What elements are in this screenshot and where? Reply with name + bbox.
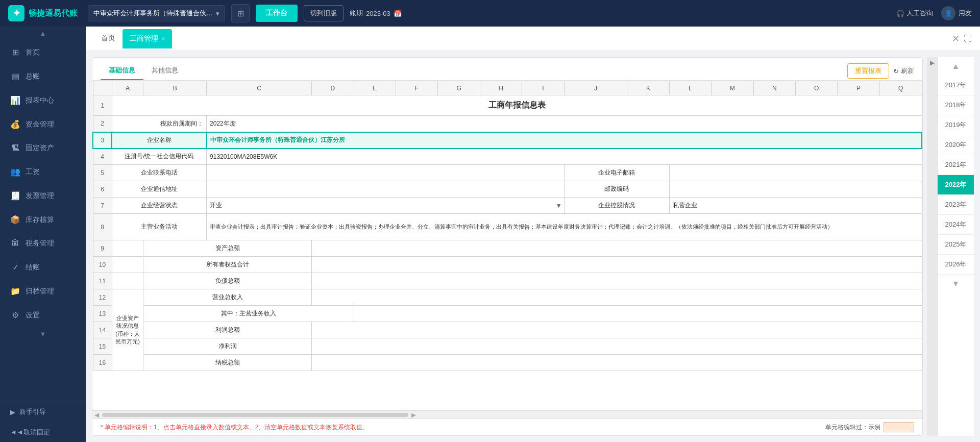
address-value-cell[interactable] [207, 181, 565, 198]
tab-close-button[interactable]: × [161, 35, 165, 42]
sidebar-label-close: 结账 [26, 263, 40, 272]
year-item-2017[interactable]: 2017年 [938, 76, 974, 95]
col-header-m: M [712, 81, 753, 95]
headset-icon: 🎧 [896, 10, 904, 17]
hscroll-bar[interactable]: ◀ ▶ [92, 410, 922, 419]
dropdown-arrow-icon: ▼ [556, 202, 562, 209]
sidebar-item-fund[interactable]: 💰 资金管理 [0, 112, 86, 136]
main-biz-value-cell[interactable]: 审查企业会计报表；出具审计报告；验证企业资本；出具验资报告；办理企业合并、分立、… [207, 214, 922, 240]
asset-icon: 🏗 [10, 143, 20, 153]
report-icon: 📊 [10, 95, 20, 105]
hscroll-right-icon[interactable]: ▶ [411, 411, 416, 419]
year-item-2022[interactable]: 2022年 [938, 175, 974, 195]
year-item-2021[interactable]: 2021年 [938, 155, 974, 175]
settings-icon: ⚙ [10, 310, 20, 320]
page-content: 基础信息 其他信息 重置报表 ↻ 刷新 [86, 51, 980, 442]
total-revenue-value-cell[interactable] [312, 289, 922, 306]
row-num: 16 [93, 355, 112, 371]
status-value-cell[interactable]: 开业 ▼ [207, 198, 565, 214]
sub-tab-other[interactable]: 其他信息 [143, 62, 186, 80]
new-guide-button[interactable]: ▶ 新手引导 [0, 401, 86, 423]
year-item-2024[interactable]: 2024年 [938, 215, 974, 235]
corner-cell [93, 81, 112, 95]
main-biz-label-cell: 主营业务活动 [112, 214, 206, 240]
reg-code-value-cell[interactable]: 91320100MA208E5W6K [207, 149, 922, 165]
year-item-2023[interactable]: 2023年 [938, 195, 974, 215]
total-profit-value-cell[interactable] [312, 322, 922, 338]
company-name-value-cell[interactable]: 中审众环会计师事务所（特殊普通合伙）江苏分所 [207, 132, 922, 149]
total-tax-value-cell[interactable] [312, 355, 922, 371]
col-header-f: F [396, 81, 437, 95]
year-item-2020[interactable]: 2020年 [938, 135, 974, 155]
column-header-row: A B C D E F G H I J K L [93, 81, 922, 95]
sidebar-scroll-down[interactable]: ▼ [0, 327, 86, 341]
tab-home[interactable]: 首页 [94, 28, 122, 50]
net-profit-value-cell[interactable] [312, 338, 922, 355]
sidebar-item-home[interactable]: ⊞ 首页 [0, 40, 86, 64]
window-expand-icon[interactable]: ⛶ [964, 34, 972, 43]
table-row: 2 税款所属期间： 2022年度 [93, 116, 922, 132]
avatar: 👤 [941, 6, 955, 20]
app-logo: ✦ 畅捷通易代账 [8, 5, 78, 21]
sidebar-item-stock[interactable]: 📦 库存核算 [0, 208, 86, 232]
sidebar-item-report[interactable]: 📊 报表中心 [0, 88, 86, 112]
main-revenue-value-cell[interactable] [354, 306, 922, 322]
year-item-2019[interactable]: 2019年 [938, 115, 974, 135]
phone-value-cell[interactable] [207, 165, 565, 181]
service-button[interactable]: 🎧 人工咨询 [896, 9, 933, 18]
table-row: 4 注册号/统一社会信用代码 91320100MA208E5W6K [93, 149, 922, 165]
tab-home-label: 首页 [101, 34, 115, 43]
sidebar-bottom: ▶ 新手引导 ◄◄取消固定 [0, 401, 86, 442]
sidebar-item-close[interactable]: ✓ 结账 [0, 255, 86, 279]
company-selector[interactable]: 中审众环会计师事务所（特殊普通合伙… ▾ [88, 5, 225, 21]
sidebar-label-invoice: 发票管理 [26, 191, 54, 201]
ledger-icon: ▤ [10, 71, 20, 81]
sidebar-item-archive[interactable]: 📁 归档管理 [0, 279, 86, 303]
period-value-cell[interactable]: 2022年度 [207, 116, 922, 132]
pin-label: ◄◄取消固定 [10, 428, 50, 437]
row-num: 4 [93, 149, 112, 165]
window-close-icon[interactable]: ✕ [952, 33, 960, 44]
sidebar-item-settings[interactable]: ⚙ 设置 [0, 303, 86, 327]
sidebar-label-tax: 税务管理 [26, 239, 54, 248]
cell-edited-sample [884, 422, 914, 432]
equity-value-cell[interactable] [312, 257, 922, 273]
table-title-cell[interactable]: 工商年报信息表 [112, 95, 922, 116]
reg-code-label-cell: 注册号/统一社会信用代码 [112, 149, 206, 165]
shareholding-value-cell[interactable]: 私营企业 [669, 198, 922, 214]
liabilities-value-cell[interactable] [312, 273, 922, 289]
year-item-2025[interactable]: 2025年 [938, 235, 974, 255]
home-icon: ⊞ [10, 47, 20, 57]
sidebar-item-tax[interactable]: 🏛 税务管理 [0, 232, 86, 255]
year-item-2018[interactable]: 2018年 [938, 95, 974, 115]
workbench-button[interactable]: 工作台 [256, 5, 298, 22]
calendar-icon[interactable]: 📅 [394, 10, 402, 17]
postal-value-cell[interactable] [669, 181, 922, 198]
sub-tab-basic[interactable]: 基础信息 [101, 62, 143, 80]
year-item-2026[interactable]: 2026年 [938, 255, 974, 275]
tab-business[interactable]: 工商管理 × [122, 29, 172, 48]
year-scroll-down-button[interactable]: ▼ [938, 275, 974, 293]
sidebar-item-asset[interactable]: 🏗 固定资产 [0, 136, 86, 160]
sidebar-item-invoice[interactable]: 🧾 发票管理 [0, 184, 86, 208]
refresh-button[interactable]: ↻ 刷新 [893, 66, 914, 76]
total-assets-value-cell[interactable] [312, 240, 922, 257]
row-num: 8 [93, 214, 112, 240]
hscroll-left-icon[interactable]: ◀ [94, 411, 99, 419]
year-scroll-up-button[interactable]: ▲ [938, 57, 974, 76]
unpin-button[interactable]: ◄◄取消固定 [0, 423, 86, 442]
user-info[interactable]: 👤 用友 [941, 6, 972, 20]
sub-tabs: 基础信息 其他信息 重置报表 ↻ 刷新 [92, 58, 922, 81]
sidebar-item-salary[interactable]: 👥 工资 [0, 160, 86, 184]
old-version-button[interactable]: 切到旧版 [304, 5, 344, 21]
sidebar-item-ledger[interactable]: ▤ 总账 [0, 64, 86, 88]
collapse-panel[interactable]: ▶ [927, 57, 937, 436]
sidebar-scroll-up[interactable]: ▲ [0, 27, 86, 40]
table-title: 工商年报信息表 [488, 101, 546, 109]
reset-report-button[interactable]: 重置报表 [847, 63, 889, 79]
email-value-cell[interactable] [669, 165, 922, 181]
right-panel: ▶ ▲ 2017年 2018年 2019年 2020年 2021年 2022年 … [927, 57, 974, 436]
hscroll-thumb[interactable] [102, 413, 408, 417]
salary-icon: 👥 [10, 167, 20, 177]
company-icon-btn[interactable]: ⊞ [231, 4, 250, 22]
